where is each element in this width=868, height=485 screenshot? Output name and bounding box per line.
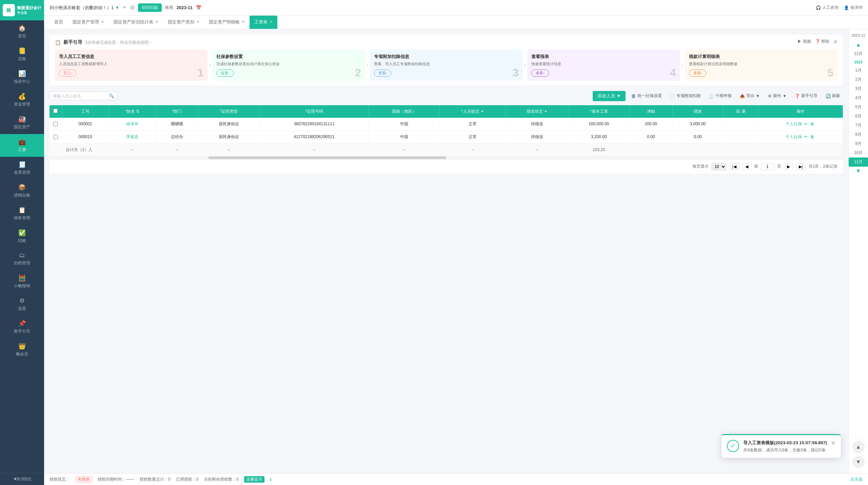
tab-payroll[interactable]: 工资表 ✕ (250, 16, 277, 29)
first-page-btn[interactable]: |◀ (729, 163, 739, 170)
special-deduction-action[interactable]: 📄 专项附加扣除 (667, 92, 704, 100)
export-action[interactable]: 📤 导出 ▼ (737, 92, 763, 100)
tab-fixed-assets-cat[interactable]: 固定资产类别 ✕ (163, 16, 204, 29)
row2-checkbox[interactable] (50, 130, 62, 143)
page-input[interactable] (761, 163, 774, 170)
sidebar-item-reports[interactable]: 📊 报表中心 (0, 66, 44, 89)
row2-op-edit[interactable]: ✏ (804, 134, 808, 139)
sidebar-item-settings[interactable]: ⚙ 设置 (0, 293, 44, 316)
sidebar-item-ledger[interactable]: 📒 总账 (0, 43, 44, 66)
row1-checkbox[interactable] (50, 118, 62, 131)
tab-close-fixed-assets-detail[interactable]: ✕ (242, 20, 245, 24)
sidebar-item-fixed-assets[interactable]: 🏭 固定资产 (0, 111, 44, 134)
search-input[interactable] (53, 94, 107, 98)
row2-op-delete[interactable]: 🗑 (810, 134, 814, 139)
add-employee-btn[interactable]: 添加人员 ▼ (593, 91, 626, 101)
sidebar-item-payroll[interactable]: 💼 工资 (0, 134, 44, 157)
status-filter-icon[interactable]: ▼ (480, 110, 484, 113)
sidebar-item-member[interactable]: 👑 畅会员 (0, 338, 44, 361)
sidebar-item-expense[interactable]: 🧮 小畅报销 (0, 270, 44, 293)
per-page-select[interactable]: 10 20 50 (711, 163, 726, 170)
guide-step-4-desc: 快速查看统计信息 (531, 61, 676, 67)
tab-close-payroll[interactable]: ✕ (270, 20, 273, 24)
guide-close-btn[interactable]: ✕ (833, 39, 837, 45)
month-7[interactable]: 7月 (849, 121, 868, 130)
table-scrollbar[interactable] (50, 156, 843, 159)
account-dropdown-icon[interactable]: ▼ (115, 5, 119, 10)
row1-op-delete[interactable]: 🗑 (810, 122, 814, 126)
payroll-icon: 💼 (18, 138, 26, 146)
sidebar-item-closing[interactable]: ✅ 结账 (0, 225, 44, 248)
sidebar-item-invoicing[interactable]: 🧾 发票管理 (0, 157, 44, 180)
sidebar-item-guide[interactable]: 📌 新手引导 (0, 316, 44, 338)
calendar-nav-up[interactable]: ▲ (854, 40, 863, 49)
tab-fixed-assets-mgmt[interactable]: 固定资产管理 ✕ (68, 16, 109, 29)
guide-help-link[interactable]: ❓ 帮助 (815, 39, 829, 44)
tab-close-fixed-assets-depr[interactable]: ✕ (155, 20, 158, 24)
period-calendar-icon[interactable]: 📅 (196, 5, 201, 10)
sidebar-item-funds[interactable]: 💰 资金管理 (0, 89, 44, 111)
sidebar-item-inventory[interactable]: 📦 进销台账 (0, 180, 44, 202)
sidebar-item-home[interactable]: 🏠 首页 (0, 20, 44, 43)
ai-consult-btn[interactable]: 🎧 人工咨询 (816, 5, 839, 11)
select-all-checkbox[interactable] (53, 109, 58, 113)
month-1[interactable]: 1月 (849, 66, 868, 75)
guide-step-4-btn[interactable]: 查看› (531, 70, 549, 77)
last-page-btn[interactable]: ▶| (796, 163, 806, 170)
col-checkbox[interactable] (50, 105, 62, 118)
row2-op-social[interactable]: 个人社保 (786, 134, 802, 139)
header-settings-btn[interactable]: ⚙ (130, 4, 135, 11)
calendar-nav-down[interactable]: ▼ (854, 167, 863, 175)
next-page-btn[interactable]: ▶ (784, 163, 793, 170)
refresh-action[interactable]: 🔄 刷新 (823, 92, 843, 100)
per-page-label: 每页显示 (692, 164, 709, 169)
guide-step-2-btn[interactable]: 设置› (216, 70, 234, 77)
header-add-btn[interactable]: + (123, 4, 126, 11)
month-5[interactable]: 5月 (849, 102, 868, 112)
tab-close-fixed-assets-cat[interactable]: ✕ (196, 20, 199, 24)
col-status[interactable]: *人员状态 ▼ (440, 105, 506, 118)
month-6[interactable]: 6月 (849, 112, 868, 121)
warning-btn[interactable]: 温馨提示 (244, 476, 264, 483)
social-insurance-action[interactable]: 🏦 统一社保设置 (628, 92, 665, 100)
row1-op-social[interactable]: 个人社保 (786, 122, 802, 126)
month-10[interactable]: 10月 (849, 148, 868, 157)
guide-step-3-btn[interactable]: 查看› (374, 70, 392, 77)
operations-action[interactable]: ⚙ 操作 ▼ (765, 92, 789, 100)
sidebar-item-tax[interactable]: 📋 税务管理 (0, 202, 44, 225)
row1-op-edit[interactable]: ✏ (804, 122, 808, 126)
right-icon-up[interactable]: ▲ (852, 441, 865, 453)
month-4[interactable]: 4月 (849, 93, 868, 102)
new-guide-action[interactable]: ❓ 新手引导 (792, 92, 820, 100)
charge-link[interactable]: 去充值 (850, 477, 863, 482)
row2-name[interactable]: 李俊杰 (109, 130, 156, 143)
user-btn[interactable]: 👤 徐泽华 (844, 5, 863, 11)
sidebar-unpin[interactable]: ◀取消固定 (0, 473, 44, 485)
tab-fixed-assets-depr[interactable]: 固定资产折旧统计表 ✕ (109, 16, 163, 29)
switch-version-btn[interactable]: 切到旧版 (138, 3, 162, 12)
month-2[interactable]: 2月 (849, 75, 868, 84)
guide-video-link[interactable]: ▶ 视频 (797, 39, 811, 44)
col-name[interactable]: *姓名 ⇅ (109, 105, 156, 118)
month-9[interactable]: 9月 (849, 139, 868, 148)
month-3[interactable]: 3月 (849, 84, 868, 93)
guide-step-1-btn[interactable]: 导入› (59, 70, 77, 77)
toast-close-btn[interactable]: ✕ (831, 440, 835, 446)
tab-fixed-assets-detail[interactable]: 固定资产明细账 ✕ (204, 16, 250, 29)
month-11[interactable]: 11月 (849, 157, 868, 167)
guide-step-1-num: 1 (198, 67, 204, 78)
report-status-filter-icon[interactable]: ▼ (544, 110, 547, 113)
month-8[interactable]: 8月 (849, 130, 868, 139)
guide-step-5-btn[interactable]: 查看› (689, 70, 707, 77)
warning-info-icon[interactable]: ℹ (270, 477, 272, 482)
tab-close-fixed-assets-mgmt[interactable]: ✕ (101, 20, 104, 24)
col-report-status[interactable]: 报送状态 ▼ (506, 105, 568, 118)
prev-page-btn[interactable]: ◀ (742, 163, 751, 170)
sidebar-item-archive[interactable]: 🗂 归档管理 (0, 248, 44, 270)
tab-home[interactable]: 首页 (50, 16, 68, 29)
row1-name[interactable]: 徐泽华 (109, 118, 156, 131)
tax-report-action[interactable]: 🧾 个税申报 (706, 92, 734, 100)
month-12[interactable]: 12月 (849, 49, 868, 58)
right-icon-down[interactable]: ▼ (852, 456, 865, 468)
search-icon[interactable]: 🔍 (109, 93, 114, 98)
